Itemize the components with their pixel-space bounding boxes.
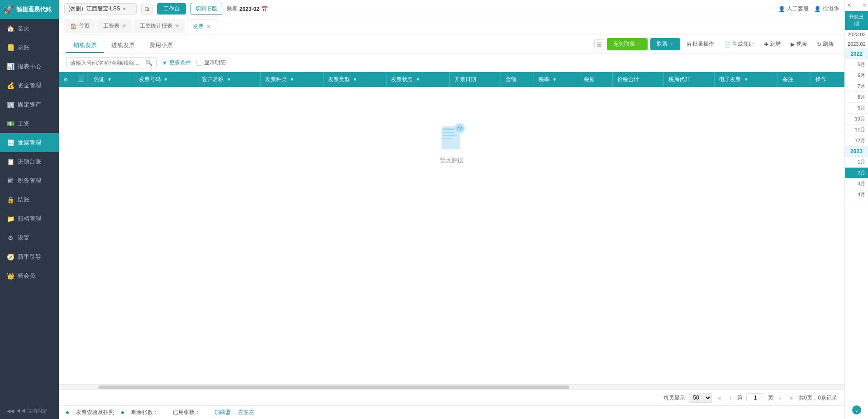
sidebar-item-assets[interactable]: 🏢 固定资产 (0, 95, 59, 114)
switch-version-button[interactable]: 切到旧版 (191, 3, 222, 15)
sidebar-item-funds[interactable]: 💰 资金管理 (0, 76, 59, 95)
no-invoice-button[interactable]: 无凭取票 ▼ (607, 38, 648, 50)
total-record-label: 共0页，0条记录 (799, 394, 837, 402)
last-page-button[interactable]: » (787, 394, 795, 402)
user-profile[interactable]: 👤 徐溢华 (814, 5, 839, 13)
unpin-sidebar[interactable]: ◀◀ ◀◀ 取消固定 (0, 403, 59, 419)
support-link[interactable]: 👤 人工客服 (778, 5, 809, 13)
date-item-top-2[interactable]: 2023.02 (845, 39, 868, 49)
column-settings-icon[interactable]: ⚙ (63, 77, 68, 83)
home-tab-icon: 🏠 (70, 23, 77, 29)
sub-tab-sales-invoice[interactable]: 销项发票 (66, 39, 104, 53)
close-tab-invoices[interactable]: ✕ (206, 24, 210, 29)
support-icon: 👤 (778, 6, 785, 12)
month-2023-4[interactable]: 4月 (845, 189, 868, 200)
sidebar-item-label: 结账 (18, 196, 29, 204)
search-input[interactable] (70, 60, 143, 66)
month-2023-3[interactable]: 3月 (845, 178, 868, 189)
invoice-category-filter-icon[interactable]: ▼ (353, 77, 357, 82)
search-box: 🔍 (66, 57, 157, 68)
next-page-button[interactable]: › (777, 394, 783, 402)
refresh-button[interactable]: ↻ 刷新 (813, 38, 837, 50)
open-period-label[interactable]: 开账日期 (845, 11, 868, 30)
sidebar-item-guide[interactable]: 🧭 新手引导 (0, 247, 59, 266)
batch-op-button[interactable]: ⊞ 批量操作 (683, 38, 718, 50)
prev-page-button[interactable]: ‹ (727, 394, 734, 402)
month-2023-2[interactable]: 2月 (845, 168, 868, 178)
sidebar-item-ledger[interactable]: 📒 总账 (0, 38, 59, 57)
tab-salary-table[interactable]: 工资表 ✕ (97, 19, 132, 33)
close-tab-salary-table[interactable]: ✕ (122, 23, 126, 29)
sidebar-item-close[interactable]: 🔒 结账 (0, 190, 59, 209)
tax-icon: 🏛 (7, 177, 14, 184)
page-size-select[interactable]: 20 50 100 (689, 393, 712, 403)
date-item-top-1[interactable]: 2023.02 (845, 30, 868, 39)
search-icon[interactable]: 🔍 (145, 59, 153, 66)
sidebar-item-home[interactable]: 🏠 首页 (0, 19, 59, 38)
grid-view-icon[interactable]: ⊞ (594, 39, 604, 49)
col-e-invoice: 电子发票 ▼ (715, 72, 777, 87)
right-panel-close-button[interactable]: ✕ (847, 2, 852, 9)
month-12[interactable]: 12月 (845, 135, 868, 146)
gen-voucher-button[interactable]: 📄 生成凭证 (720, 38, 758, 50)
select-all-checkbox[interactable] (78, 76, 84, 82)
sub-tab-purchase-invoice[interactable]: 进项发票 (104, 39, 142, 53)
month-6[interactable]: 6月 (845, 70, 868, 81)
month-9[interactable]: 9月 (845, 103, 868, 114)
tab-salary-stats[interactable]: 工资统计报表 ✕ (134, 19, 185, 33)
logo[interactable]: 🚀 畅捷通易代账 (0, 0, 59, 19)
sidebar: 🚀 畅捷通易代账 🏠 首页 📒 总账 📊 报表中心 💰 资金管理 🏢 固定资产 … (0, 0, 59, 419)
more-filter-button[interactable]: ▼ 更多条件 (162, 59, 191, 67)
sidebar-item-salary[interactable]: 💵 工资 (0, 114, 59, 133)
month-2023-1[interactable]: 1月 (845, 157, 868, 168)
horizontal-scrollbar[interactable] (59, 384, 844, 390)
detail-checkbox[interactable] (196, 60, 202, 66)
invoice-type-filter-icon[interactable]: ▼ (290, 77, 294, 82)
sidebar-item-invoices[interactable]: 🧾 发票管理 (0, 133, 59, 152)
expand-months-button[interactable]: ⌄ (852, 405, 861, 414)
page-input[interactable] (746, 393, 764, 402)
customer-filter-icon[interactable]: ▼ (227, 77, 231, 82)
show-detail-checkbox[interactable]: 显示明细 (196, 59, 226, 67)
e-invoice-filter-icon[interactable]: ▼ (744, 77, 749, 82)
voucher-filter-icon[interactable]: ▼ (107, 77, 112, 82)
sub-tab-expense-receipt[interactable]: 费用小票 (142, 39, 180, 53)
month-5[interactable]: 5月 (845, 59, 868, 70)
sidebar-item-reports[interactable]: 📊 报表中心 (0, 57, 59, 76)
sidebar-item-sales[interactable]: 📋 进销台账 (0, 152, 59, 171)
col-checkbox[interactable] (73, 72, 89, 87)
right-panel-expand-button[interactable]: ≡ (863, 2, 866, 9)
month-11[interactable]: 11月 (845, 125, 868, 135)
workbench-button[interactable]: 工作台 (157, 3, 186, 14)
invoice-no-filter-icon[interactable]: ▼ (163, 77, 168, 82)
first-page-button[interactable]: « (715, 394, 723, 402)
sidebar-item-label: 资金管理 (18, 82, 41, 90)
left-link[interactable]: 左左左 (238, 409, 254, 416)
sidebar-item-member[interactable]: 👑 畅会员 (0, 266, 59, 285)
sidebar-item-archive[interactable]: 📁 归档管理 (0, 209, 59, 228)
take-invoice-button[interactable]: 取票 ▼ (650, 38, 680, 50)
sidebar-item-tax[interactable]: 🏛 税务管理 (0, 171, 59, 190)
empty-state: 暂无数据 (59, 87, 844, 192)
month-8[interactable]: 8月 (845, 92, 868, 103)
copy-button[interactable]: ⧉ (141, 4, 153, 14)
tab-home[interactable]: 🏠 首页 (64, 19, 95, 33)
month-7[interactable]: 7月 (845, 81, 868, 92)
video-button[interactable]: ▶ 视频 (787, 38, 811, 50)
company-selector[interactable]: (勿删）江西股宝-LSS ▼ (64, 3, 137, 14)
col-invoice-status: 发票状态 ▼ (386, 72, 449, 87)
scrollbar-thumb[interactable] (98, 385, 570, 389)
tabs-bar: 🏠 首页 工资表 ✕ 工资统计报表 ✕ 发票 ✕ (59, 18, 844, 34)
tab-invoices[interactable]: 发票 ✕ (187, 19, 216, 34)
new-button[interactable]: ✚ 新增 (760, 38, 784, 50)
tax-rate-filter-icon[interactable]: ▼ (553, 77, 557, 82)
invoice-status-filter-icon[interactable]: ▼ (416, 77, 420, 82)
sidebar-item-settings[interactable]: ⚙ 设置 (0, 228, 59, 247)
close-tab-salary-stats[interactable]: ✕ (175, 23, 179, 29)
period-calendar-icon[interactable]: 📅 (261, 6, 268, 12)
col-settings[interactable]: ⚙ (59, 72, 73, 87)
svg-rect-4 (443, 135, 457, 136)
archive-icon: 📁 (7, 215, 14, 222)
join-link[interactable]: 加商盟 (215, 409, 231, 416)
month-10[interactable]: 10月 (845, 114, 868, 125)
